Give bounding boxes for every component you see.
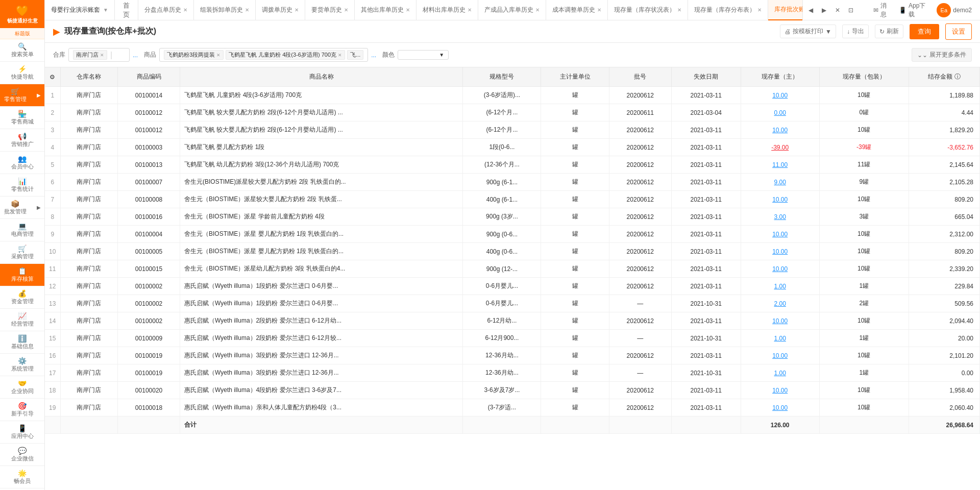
cell-qty-main[interactable]: 10.00 — [741, 382, 819, 399]
table-row: 19 南岸门店 00100018 惠氏启赋（Wyeth illuma）亲和人体儿… — [45, 399, 980, 416]
sidebar-item-wholesale[interactable]: 📦 批发管理 ▶ — [0, 197, 45, 219]
refresh-btn[interactable]: ↻ 刷新 — [875, 24, 903, 38]
tab-transfer-history[interactable]: 调拨单历史 ✕ — [256, 0, 305, 20]
sidebar-item-vip[interactable]: 🌟 畅会员 — [0, 466, 45, 488]
sidebar-item-retail-mgmt[interactable]: 🛒 零售管理 ▶ — [0, 84, 45, 107]
sidebar-item-basic-info[interactable]: ℹ️ 基础信息 — [0, 331, 45, 354]
cell-expire: 2021-03-11 — [671, 399, 741, 416]
cell-qty-main[interactable]: 10.00 — [741, 226, 819, 243]
refresh-icon: ↻ — [879, 28, 885, 35]
query-button[interactable]: 查询 — [910, 24, 939, 39]
tab-order-history[interactable]: 要货单历史 ✕ — [305, 0, 355, 20]
close-tab-icon[interactable]: ✕ — [183, 7, 187, 13]
sidebar-item-operations[interactable]: 📈 经营管理 — [0, 309, 45, 331]
close-tab-icon[interactable]: ✕ — [468, 7, 472, 13]
goods-tag-3: 飞... — [347, 50, 363, 60]
tab-other-out-history[interactable]: 其他出库单历史 ✕ — [355, 0, 416, 20]
tab-inventory-status[interactable]: 现存量（库存状况表） ✕ — [608, 0, 688, 20]
cell-qty-main[interactable]: 10.00 — [741, 121, 819, 139]
remove-warehouse-tag[interactable]: ✕ — [100, 53, 104, 58]
close-tab-icon[interactable]: ✕ — [597, 7, 601, 13]
color-select[interactable]: ▼ — [398, 50, 449, 60]
sidebar-item-app-center[interactable]: 📱 应用中心 — [0, 421, 45, 444]
close-tab-icon[interactable]: ✕ — [757, 7, 762, 13]
maximize-tab-btn[interactable]: ⊡ — [845, 4, 857, 16]
sidebar-item-member[interactable]: 👥 会员中心 — [0, 152, 45, 174]
sidebar-item-search[interactable]: 🔍 搜索英单 — [0, 39, 45, 62]
main-area: 母婴行业演示账套 ▼ 首页 分盘点单历史 ✕ 组装拆卸单历史 ✕ 调拨单历史 — [45, 0, 980, 490]
cell-qty-main[interactable]: 3.00 — [741, 208, 819, 226]
sidebar-item-finance[interactable]: 💰 资金管理 — [0, 286, 45, 309]
sidebar-item-wechat-work[interactable]: 💬 企业微信 — [0, 444, 45, 466]
cell-expire: 2021-10-31 — [671, 295, 741, 312]
cell-qty-main[interactable]: 1.00 — [741, 278, 819, 295]
tab-cost-adjust-history[interactable]: 成本调整单历史 ✕ — [546, 0, 608, 20]
col-gear: ⚙ — [45, 67, 60, 87]
sidebar-item-system[interactable]: ⚙️ 系统管理 — [0, 354, 45, 376]
cell-qty-main[interactable]: 10.00 — [741, 260, 819, 278]
cell-qty-main[interactable]: 10.00 — [741, 191, 819, 208]
sidebar-item-collab[interactable]: 🤝 企业协同 — [0, 376, 45, 399]
cell-qty-main[interactable]: 10.00 — [741, 312, 819, 330]
close-tab-icon[interactable]: ✕ — [245, 7, 249, 13]
warehouse-more-btn[interactable]: ... — [133, 52, 138, 59]
sidebar-item-label: 新手引导 — [11, 410, 34, 418]
tab-inventory-history[interactable]: 分盘点单历史 ✕ — [138, 0, 194, 20]
close-tab-icon[interactable]: ✕ — [535, 7, 540, 13]
close-tab-btn[interactable]: ✕ — [831, 4, 844, 16]
export-btn[interactable]: ↓ 导出 — [842, 24, 869, 38]
goods-input[interactable]: 飞鹤奶粉3段两提装 ✕ 飞鹤星飞帆 儿童奶粉 4段(3-6岁适用) 700克 ✕… — [159, 48, 368, 62]
close-tab-icon[interactable]: ✕ — [344, 7, 348, 13]
cell-qty-main[interactable]: 1.00 — [741, 364, 819, 382]
user-profile[interactable]: Ea demo2 — [937, 3, 972, 17]
cell-qty-main[interactable]: 2.00 — [741, 295, 819, 312]
warehouse-filter: 合库 南岸门店 ✕ | ... — [53, 48, 138, 62]
sidebar-item-quick-nav[interactable]: ⚡ 快捷导航 — [0, 62, 45, 84]
sidebar-item-retail-shop[interactable]: 🏪 零售商城 — [0, 107, 45, 129]
warehouse-input[interactable]: 南岸门店 ✕ | — [68, 48, 130, 62]
close-tab-icon[interactable]: ✕ — [677, 7, 681, 13]
tab-material-out-history[interactable]: 材料出库单历史 ✕ — [416, 0, 478, 20]
sidebar-item-guide[interactable]: 🎯 新手引导 — [0, 399, 45, 421]
cell-qty-main[interactable]: 10.00 — [741, 347, 819, 364]
cell-qty-main[interactable]: -39.00 — [741, 139, 819, 156]
remove-goods-tag-2[interactable]: ✕ — [338, 53, 342, 58]
cell-qty-main[interactable]: 1.00 — [741, 330, 819, 347]
tab-inventory-batch[interactable]: 库存批次账 ✕ — [768, 0, 802, 20]
next-tab-btn[interactable]: ▶ — [818, 4, 830, 16]
gear-icon[interactable]: ⚙ — [50, 74, 55, 81]
home-tab[interactable]: 首页 — [115, 0, 138, 20]
table-wrapper[interactable]: ⚙ 仓库名称 商品编码 商品名称 规格型号 主计量单位 批号 失效日期 现存量（… — [45, 67, 980, 490]
close-tab-icon[interactable]: ✕ — [295, 7, 299, 13]
cell-qty-main[interactable]: 0.00 — [741, 104, 819, 121]
print-btn[interactable]: 🖨 按模板打印 ▼ — [780, 24, 836, 38]
goods-more-btn[interactable]: ... — [371, 52, 376, 59]
sidebar-item-purchase[interactable]: 🛒 采购管理 — [0, 241, 45, 264]
prev-tab-btn[interactable]: ◀ — [805, 4, 817, 16]
cell-qty-main[interactable]: 10.00 — [741, 87, 819, 104]
cell-qty-main[interactable]: 11.00 — [741, 156, 819, 174]
sidebar-item-inventory[interactable]: 📋 库存核算 — [0, 264, 45, 286]
cell-batch: 20200612 — [609, 174, 671, 191]
cell-qty-main[interactable]: 10.00 — [741, 243, 819, 260]
expand-conditions-btn[interactable]: ⌄⌄ 展开更多条件 — [912, 48, 972, 62]
sidebar-item-retail-stats[interactable]: 📊 零售统计 — [0, 174, 45, 197]
color-label: 颜色 — [382, 51, 395, 59]
tab-product-in-history[interactable]: 产成品入库单历史 ✕ — [478, 0, 546, 20]
cell-qty-main[interactable]: 10.00 — [741, 399, 819, 416]
sidebar-item-ecommerce[interactable]: 💻 电商管理 — [0, 219, 45, 241]
breadcrumb-selector[interactable]: 母婴行业演示账套 ▼ — [45, 0, 115, 20]
expand-sidebar-btn[interactable]: ▶ — [53, 26, 60, 37]
tab-assemble-history[interactable]: 组装拆卸单历史 ✕ — [194, 0, 256, 20]
app-download-btn[interactable]: 📱 App下载 — [899, 2, 928, 19]
settings-button[interactable]: 设置 — [945, 23, 972, 40]
close-tab-icon[interactable]: ✕ — [406, 7, 410, 13]
sidebar-item-marketing[interactable]: 📢 营销推广 — [0, 129, 45, 152]
cell-warehouse: 南岸门店 — [60, 226, 118, 243]
row-number: 10 — [45, 243, 60, 260]
cell-qty-main[interactable]: 9.00 — [741, 174, 819, 191]
tab-inventory-dist[interactable]: 现存量（库存分布表） ✕ — [688, 0, 768, 20]
message-btn[interactable]: ✉ 消息 — [873, 2, 891, 19]
cell-amount: 1,189.88 — [909, 87, 979, 104]
remove-goods-tag-1[interactable]: ✕ — [216, 53, 220, 58]
